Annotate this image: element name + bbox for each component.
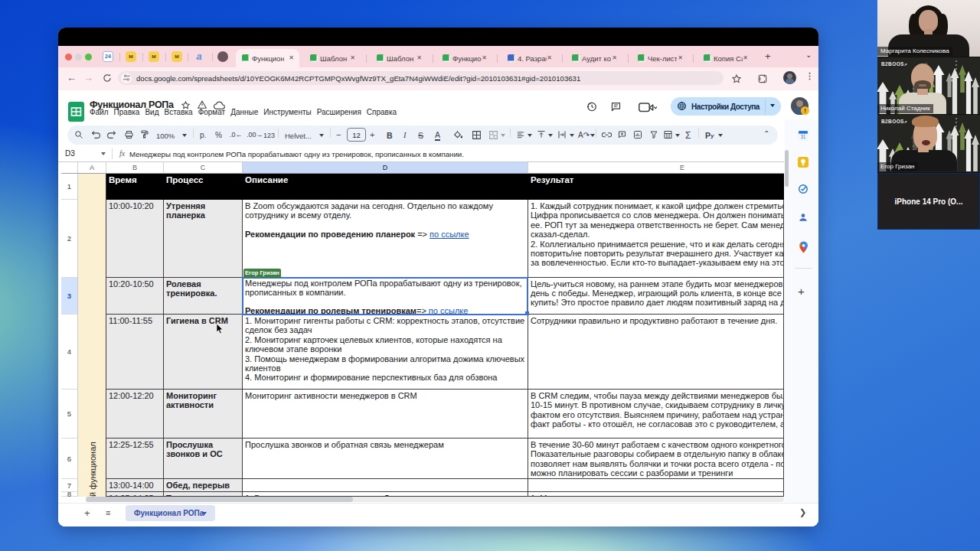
svg-text:31: 31 bbox=[801, 134, 807, 139]
